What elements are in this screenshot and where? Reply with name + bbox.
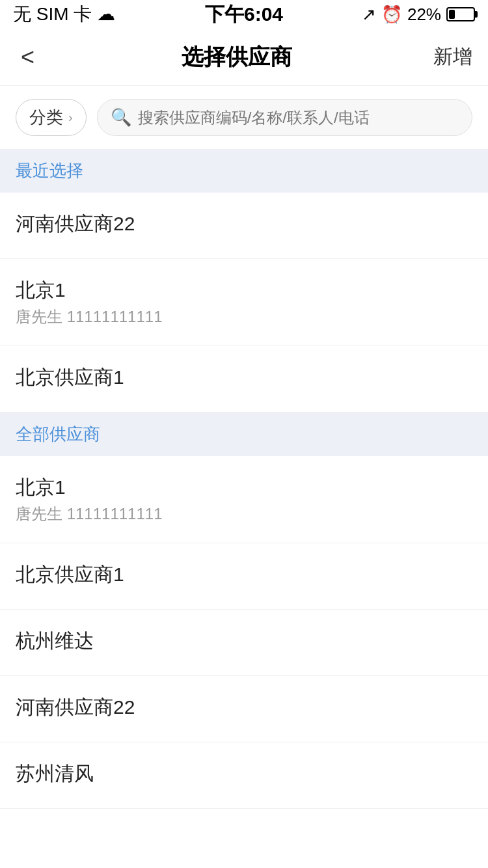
recent-list: 河南供应商22 北京1 唐先生 11111111111 北京供应商1 xyxy=(0,193,488,413)
list-item[interactable]: 河南供应商22 xyxy=(0,193,488,259)
supplier-name: 北京1 xyxy=(16,474,472,501)
supplier-name: 北京供应商1 xyxy=(16,562,472,588)
category-label: 分类 xyxy=(29,106,63,129)
supplier-name: 苏州清风 xyxy=(16,761,472,787)
location-icon: ↗ xyxy=(362,5,376,25)
battery-icon xyxy=(446,7,475,21)
list-item[interactable]: 河南供应商22 xyxy=(0,676,488,742)
supplier-name: 北京1 xyxy=(16,277,472,304)
supplier-name: 杭州维达 xyxy=(16,628,472,655)
search-box[interactable]: 🔍 xyxy=(97,99,472,136)
status-right: ↗ ⏰ 22% xyxy=(362,5,475,25)
list-item[interactable]: 北京供应商1 xyxy=(0,543,488,610)
filter-bar: 分类 › 🔍 xyxy=(0,86,488,149)
supplier-name: 河南供应商22 xyxy=(16,694,472,721)
list-item[interactable]: 杭州维达 xyxy=(0,610,488,676)
status-time: 下午6:04 xyxy=(205,1,283,28)
supplier-detail: 唐先生 11111111111 xyxy=(16,504,472,524)
all-suppliers-list: 北京1 唐先生 11111111111 北京供应商1 杭州维达 河南供应商22 … xyxy=(0,456,488,809)
list-item[interactable]: 北京供应商1 xyxy=(0,346,488,413)
supplier-name: 北京供应商1 xyxy=(16,364,472,391)
battery-percent: 22% xyxy=(407,5,441,25)
page-title: 选择供应商 xyxy=(182,42,292,72)
chevron-right-icon: › xyxy=(68,110,73,125)
list-item[interactable]: 北京1 唐先生 11111111111 xyxy=(0,259,488,346)
list-item[interactable]: 北京1 唐先生 11111111111 xyxy=(0,456,488,543)
supplier-detail: 唐先生 11111111111 xyxy=(16,306,472,327)
all-section-header: 全部供应商 xyxy=(0,413,488,456)
status-signal: 无 SIM 卡 ☁ xyxy=(13,2,115,27)
list-item[interactable]: 苏州清风 xyxy=(0,742,488,809)
search-input[interactable] xyxy=(138,109,459,127)
search-icon: 🔍 xyxy=(111,107,131,128)
supplier-name: 河南供应商22 xyxy=(16,211,472,237)
alarm-icon: ⏰ xyxy=(381,5,402,25)
status-bar: 无 SIM 卡 ☁ 下午6:04 ↗ ⏰ 22% xyxy=(0,0,488,29)
new-action-button[interactable]: 新增 xyxy=(433,44,472,70)
back-button[interactable]: < xyxy=(16,38,40,76)
category-button[interactable]: 分类 › xyxy=(16,99,87,136)
recent-section-header: 最近选择 xyxy=(0,149,488,193)
nav-bar: < 选择供应商 新增 xyxy=(0,29,488,86)
